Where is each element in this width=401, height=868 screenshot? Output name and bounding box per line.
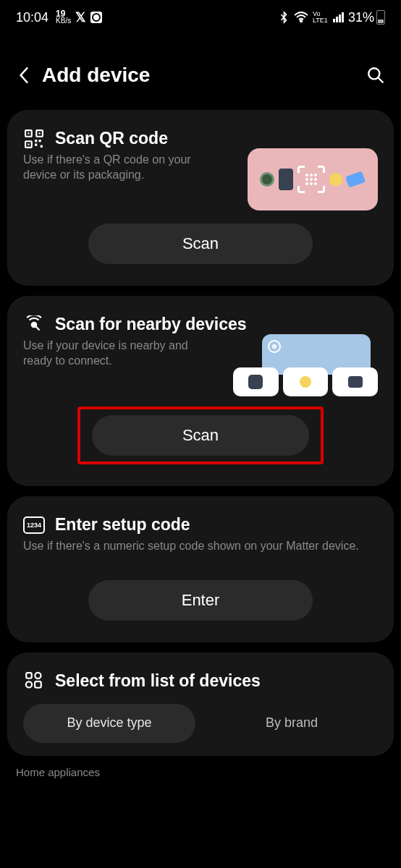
wifi-icon (294, 12, 308, 23)
status-bar: 10:04 19 KB/s 𝕏 Vo LTE1 31% (0, 0, 401, 35)
enter-code-desc: Use if there's a numeric setup code show… (23, 539, 378, 554)
scan-qr-desc: Use if there's a QR code on your device … (23, 153, 211, 183)
scan-qr-title: Scan QR code (55, 129, 168, 148)
search-button[interactable] (363, 66, 385, 85)
tab-by-brand[interactable]: By brand (206, 704, 378, 743)
svg-point-16 (26, 682, 32, 688)
select-list-title: Select from list of devices (55, 671, 261, 691)
bluetooth-icon (279, 11, 290, 24)
scan-nearby-card: Scan for nearby devices Use if your devi… (7, 296, 394, 486)
page-title: Add device (42, 64, 363, 87)
radar-icon (23, 315, 45, 334)
svg-rect-10 (35, 143, 37, 145)
page-header: Add device (0, 35, 401, 100)
scan-qr-card: Scan QR code Use if there's a QR code on… (7, 110, 394, 286)
nearby-illustration (233, 334, 378, 396)
signal-icon (333, 12, 344, 22)
network-speed: 19 KB/s (56, 11, 71, 24)
back-button[interactable] (16, 66, 42, 85)
svg-point-15 (35, 673, 41, 678)
scan-nearby-title: Scan for nearby devices (55, 315, 247, 334)
svg-rect-14 (26, 673, 32, 678)
devices-grid-icon (23, 671, 45, 690)
scan-nearby-button[interactable]: Scan (92, 415, 309, 456)
svg-rect-8 (35, 140, 37, 142)
enter-code-button[interactable]: Enter (88, 580, 313, 621)
svg-point-0 (300, 20, 303, 22)
setup-code-icon: 1234 (23, 516, 45, 534)
svg-rect-9 (39, 140, 41, 142)
qr-code-icon (23, 129, 45, 148)
enter-code-title: Enter setup code (55, 515, 190, 535)
tab-by-device-type[interactable]: By device type (23, 704, 195, 743)
svg-rect-5 (28, 132, 29, 134)
svg-rect-6 (39, 132, 41, 134)
highlighted-scan-area: Scan (77, 407, 324, 464)
scan-qr-button[interactable]: Scan (88, 224, 313, 264)
svg-rect-17 (35, 681, 41, 688)
svg-rect-11 (41, 145, 43, 147)
section-home-appliances: Home appliances (16, 766, 401, 778)
scan-nearby-desc: Use if your device is nearby and ready t… (23, 339, 211, 369)
battery-indicator: 31% (348, 10, 385, 25)
select-list-card: Select from list of devices By device ty… (7, 652, 394, 756)
enter-code-card: 1234 Enter setup code Use if there's a n… (7, 496, 394, 642)
volte-icon: Vo LTE1 (313, 11, 329, 24)
app-indicator-icon (90, 12, 102, 23)
svg-rect-7 (28, 143, 29, 145)
x-app-icon: 𝕏 (75, 9, 86, 25)
status-time: 10:04 (16, 10, 48, 25)
qr-illustration (248, 148, 378, 210)
